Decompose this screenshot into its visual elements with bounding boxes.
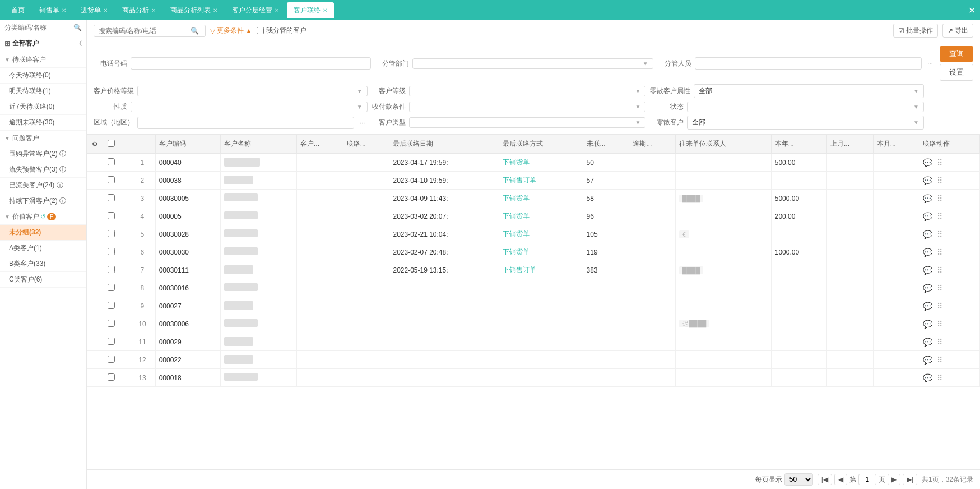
reset-button[interactable]: 设置 <box>940 64 973 81</box>
more-conditions-btn[interactable]: ▽ 更多条件 ▲ <box>210 26 252 35</box>
grid-action-icon[interactable]: ⠿ <box>937 320 942 329</box>
col-type-header[interactable]: 客户... <box>297 135 343 154</box>
tab-customer-contact[interactable]: 客户联络 ✕ <box>287 2 334 18</box>
row-lastmethod[interactable]: 下销货单 <box>499 207 583 225</box>
close-all-button[interactable]: ✕ <box>968 5 976 16</box>
export-btn[interactable]: ↗ 导出 <box>942 24 973 38</box>
col-checkbox-header[interactable] <box>104 135 129 154</box>
grid-action-icon[interactable]: ⠿ <box>937 373 942 382</box>
grid-action-icon[interactable]: ⠿ <box>937 158 942 167</box>
dept-select[interactable]: ▼ <box>412 58 653 69</box>
row-checkbox-cell[interactable] <box>104 333 129 351</box>
payment-select[interactable]: ▼ <box>409 102 646 112</box>
row-action[interactable]: 💬 ⠿ <box>919 243 980 261</box>
grid-action-icon[interactable]: ⠿ <box>937 356 942 365</box>
chat-icon[interactable]: 💬 <box>923 356 932 365</box>
row-action[interactable]: 💬 ⠿ <box>919 351 980 369</box>
sidebar-item-declining[interactable]: 持续下滑客户(2) ⓘ <box>0 193 86 209</box>
first-page-btn[interactable]: |◀ <box>818 474 832 485</box>
sidebar-item-overdue[interactable]: 逾期未联络(30) <box>0 115 86 131</box>
grid-action-icon[interactable]: ⠿ <box>937 194 942 203</box>
col-settings[interactable]: ⚙ <box>87 135 104 154</box>
row-checkbox[interactable] <box>108 158 115 165</box>
chat-icon[interactable]: 💬 <box>923 158 932 167</box>
row-action[interactable]: 💬 ⠿ <box>919 190 980 207</box>
row-checkbox-cell[interactable] <box>104 207 129 225</box>
sidebar-item-tomorrow[interactable]: 明天待联络(1) <box>0 84 86 99</box>
cust-level-select[interactable]: ▼ <box>409 86 646 96</box>
tab-analysis[interactable]: 商品分析 ✕ <box>115 2 162 18</box>
tab-purchase-close[interactable]: ✕ <box>103 7 108 13</box>
col-lastdate-header[interactable]: 最后联络日期 <box>389 135 499 154</box>
row-checkbox-cell[interactable] <box>104 279 129 297</box>
phone-input[interactable] <box>131 57 371 70</box>
sidebar-item-typeB[interactable]: B类客户(33) <box>0 256 86 272</box>
last-method-link[interactable]: 下销售订单 <box>503 176 536 184</box>
select-all-checkbox[interactable] <box>108 140 115 147</box>
col-contact-header[interactable]: 联络... <box>343 135 389 154</box>
row-lastmethod[interactable]: 下销货单 <box>499 225 583 243</box>
row-checkbox[interactable] <box>108 284 115 291</box>
col-overdue-header[interactable]: 逾期... <box>629 135 676 154</box>
row-lastmethod[interactable] <box>499 369 583 387</box>
my-customers-check[interactable]: 我分管的客户 <box>257 26 306 35</box>
row-action[interactable]: 💬 ⠿ <box>919 207 980 225</box>
row-checkbox-cell[interactable] <box>104 369 129 387</box>
page-input[interactable] <box>858 474 876 485</box>
row-checkbox-cell[interactable] <box>104 225 129 243</box>
row-lastmethod[interactable] <box>499 351 583 369</box>
row-action[interactable]: 💬 ⠿ <box>919 297 980 315</box>
col-lastmethod-header[interactable]: 最后联络方式 <box>499 135 583 154</box>
row-checkbox-cell[interactable] <box>104 315 129 333</box>
sidebar-item-churn-warn[interactable]: 流失预警客户(3) ⓘ <box>0 162 86 178</box>
row-checkbox[interactable] <box>108 176 115 183</box>
row-checkbox-cell[interactable] <box>104 243 129 261</box>
main-search-icon[interactable]: 🔍 <box>191 27 199 35</box>
tab-customer-contact-close[interactable]: ✕ <box>323 7 327 13</box>
grid-action-icon[interactable]: ⠿ <box>937 284 942 293</box>
tab-home[interactable]: 首页 <box>4 2 31 18</box>
main-search-input[interactable] <box>99 27 188 35</box>
last-method-link[interactable]: 下销货单 <box>503 248 530 256</box>
row-checkbox-cell[interactable] <box>104 351 129 369</box>
row-checkbox[interactable] <box>108 212 115 219</box>
chat-icon[interactable]: 💬 <box>923 194 932 203</box>
chat-icon[interactable]: 💬 <box>923 248 932 257</box>
chat-icon[interactable]: 💬 <box>923 338 932 347</box>
row-action[interactable]: 💬 ⠿ <box>919 333 980 351</box>
row-checkbox-cell[interactable] <box>104 172 129 190</box>
row-lastmethod[interactable] <box>499 297 583 315</box>
sidebar-item-typeA[interactable]: A类客户(1) <box>0 241 86 256</box>
row-checkbox-cell[interactable] <box>104 261 129 279</box>
col-thismonth-header[interactable]: 本月... <box>873 135 919 154</box>
sidebar-item-7days[interactable]: 近7天待联络(0) <box>0 99 86 115</box>
col-nocontact-header[interactable]: 未联... <box>583 135 629 154</box>
prev-page-btn[interactable]: ◀ <box>834 474 847 485</box>
sidebar-search-input[interactable] <box>4 24 71 31</box>
sidebar-item-typeC[interactable]: C类客户(6) <box>0 272 86 288</box>
tab-purchase[interactable]: 进货单 ✕ <box>74 2 114 18</box>
sidebar-search-icon[interactable]: 🔍 <box>73 24 82 31</box>
last-method-link[interactable]: 下销货单 <box>503 212 530 220</box>
col-contactperson-header[interactable]: 往来单位联系人 <box>676 135 772 154</box>
chat-icon[interactable]: 💬 <box>923 320 932 329</box>
query-button[interactable]: 查询 <box>940 46 973 62</box>
tab-customer-layer[interactable]: 客户分层经营 ✕ <box>225 2 286 18</box>
chat-icon[interactable]: 💬 <box>923 302 932 311</box>
last-method-link[interactable]: 下销售订单 <box>503 266 536 274</box>
row-checkbox[interactable] <box>108 230 115 237</box>
tab-sales[interactable]: 销售单 ✕ <box>32 2 73 18</box>
grid-action-icon[interactable]: ⠿ <box>937 248 942 257</box>
row-lastmethod[interactable] <box>499 315 583 333</box>
row-action[interactable]: 💬 ⠿ <box>919 225 980 243</box>
region-input[interactable] <box>137 117 354 129</box>
manager-dots-icon[interactable]: ··· <box>925 59 935 67</box>
col-thisyear-header[interactable]: 本年... <box>771 135 826 154</box>
row-checkbox[interactable] <box>108 338 115 345</box>
sidebar-collapse-icon[interactable]: 《 <box>76 40 82 48</box>
price-level-select[interactable]: ▼ <box>137 86 368 96</box>
grid-action-icon[interactable]: ⠿ <box>937 338 942 347</box>
sidebar-item-churned[interactable]: 已流失客户(24) ⓘ <box>0 178 86 193</box>
row-checkbox[interactable] <box>108 194 115 201</box>
cust-type-select[interactable]: ▼ <box>409 117 646 128</box>
